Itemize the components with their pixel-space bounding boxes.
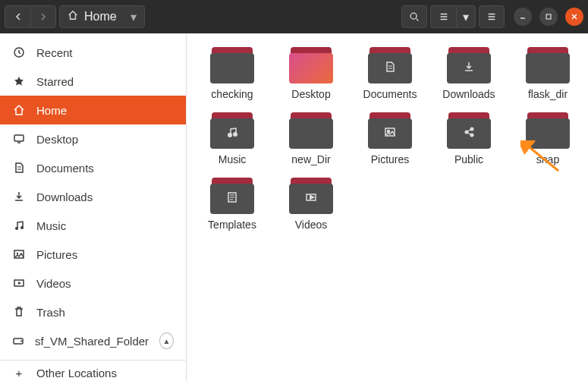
- sidebar-item-trash[interactable]: Trash: [0, 298, 186, 326]
- sidebar-item-label: Other Locations: [36, 367, 117, 379]
- file-item[interactable]: Documents: [351, 44, 429, 103]
- sidebar-item-label: Videos: [36, 277, 71, 290]
- svg-rect-1: [546, 14, 551, 19]
- sidebar-item-shared[interactable]: sf_VM_Shared_Folder▲: [0, 326, 186, 355]
- file-label: new_Dir: [291, 153, 330, 165]
- folder-icon: [289, 47, 333, 83]
- sidebar-item-label: Trash: [36, 306, 65, 319]
- folder-icon: [210, 112, 254, 149]
- svg-point-14: [388, 131, 389, 132]
- home-icon: [68, 10, 78, 24]
- sidebar-item-music[interactable]: Music: [0, 211, 186, 240]
- svg-point-11: [228, 134, 231, 137]
- file-item[interactable]: checking: [193, 44, 272, 103]
- file-item[interactable]: Templates: [193, 175, 272, 234]
- file-item[interactable]: Public: [429, 109, 508, 168]
- file-view[interactable]: checkingDesktopDocumentsDownloadsflask_d…: [187, 33, 588, 381]
- sidebar-item-label: Home: [36, 104, 67, 117]
- sidebar: RecentStarredHomeDesktopDocumentsDownloa…: [0, 33, 187, 381]
- pictures-icon: [12, 248, 26, 260]
- file-label: Pictures: [371, 153, 410, 165]
- view-mode-group: ▾: [430, 5, 476, 28]
- folder-icon: [210, 178, 254, 214]
- view-dropdown-button[interactable]: ▾: [456, 5, 476, 28]
- window-controls: [514, 8, 583, 26]
- star-icon: [12, 75, 26, 87]
- folder-icon: [447, 47, 491, 83]
- svg-rect-3: [14, 135, 24, 141]
- maximize-button[interactable]: [539, 8, 558, 26]
- downloads-icon: [463, 61, 475, 76]
- pictures-icon: [384, 126, 396, 141]
- file-item[interactable]: new_Dir: [272, 109, 351, 168]
- file-label: Downloads: [442, 88, 495, 100]
- folder-icon: [526, 47, 570, 83]
- sidebar-item-label: Downloads: [36, 190, 93, 203]
- file-label: Desktop: [291, 88, 330, 100]
- svg-point-7: [17, 253, 18, 254]
- svg-point-0: [410, 13, 417, 19]
- back-button[interactable]: [5, 5, 30, 28]
- file-item[interactable]: snap: [508, 109, 587, 168]
- svg-point-5: [20, 226, 24, 229]
- sidebar-item-label: Desktop: [36, 133, 78, 146]
- sidebar-item-label: Documents: [36, 162, 94, 175]
- trash-icon: [12, 306, 26, 318]
- file-item[interactable]: Downloads: [429, 44, 508, 103]
- svg-point-10: [20, 341, 22, 342]
- folder-icon: [289, 178, 333, 214]
- titlebar: Home ▾ ▾: [0, 0, 588, 33]
- file-label: Music: [219, 153, 247, 165]
- file-item[interactable]: flask_dir: [508, 44, 587, 103]
- file-label: Public: [454, 153, 483, 165]
- minimize-button[interactable]: [514, 8, 532, 26]
- file-label: snap: [536, 153, 559, 165]
- plus-icon: +: [12, 367, 26, 379]
- music-icon: [12, 219, 26, 231]
- music-icon: [226, 126, 238, 141]
- sidebar-item-home[interactable]: Home: [0, 96, 186, 124]
- nav-back-forward: [5, 5, 56, 28]
- folder-icon: [368, 47, 412, 83]
- file-item[interactable]: Music: [193, 109, 272, 168]
- sidebar-item-starred[interactable]: Starred: [0, 67, 186, 96]
- close-button[interactable]: [565, 8, 583, 26]
- svg-point-12: [234, 133, 237, 136]
- sidebar-item-documents[interactable]: Documents: [0, 153, 186, 182]
- file-label: Templates: [208, 219, 256, 231]
- documents-icon: [384, 61, 396, 76]
- sidebar-item-label: sf_VM_Shared_Folder: [35, 335, 149, 348]
- sidebar-item-videos[interactable]: Videos: [0, 269, 186, 298]
- home-icon: [12, 104, 26, 116]
- folder-icon: [526, 112, 570, 149]
- sidebar-item-recent[interactable]: Recent: [0, 38, 186, 67]
- public-icon: [463, 126, 475, 141]
- sidebar-item-pictures[interactable]: Pictures: [0, 240, 186, 269]
- videos-icon: [12, 277, 26, 289]
- sidebar-item-downloads[interactable]: Downloads: [0, 182, 186, 211]
- sidebar-other-locations[interactable]: + Other Locations: [0, 365, 186, 381]
- eject-button[interactable]: ▲: [159, 332, 174, 349]
- path-bar[interactable]: Home ▾: [59, 5, 145, 28]
- forward-button[interactable]: [30, 5, 56, 28]
- file-item[interactable]: Videos: [272, 175, 351, 234]
- sidebar-item-label: Pictures: [36, 248, 77, 261]
- hamburger-menu-button[interactable]: [479, 5, 505, 28]
- folder-icon: [210, 47, 254, 83]
- sidebar-item-desktop[interactable]: Desktop: [0, 124, 186, 153]
- templates-icon: [226, 191, 238, 206]
- file-item[interactable]: Pictures: [351, 109, 429, 168]
- sidebar-item-label: Music: [36, 219, 66, 232]
- list-view-button[interactable]: [430, 5, 456, 28]
- svg-point-4: [15, 227, 18, 230]
- drive-icon: [12, 335, 24, 347]
- documents-icon: [12, 162, 26, 174]
- folder-icon: [289, 112, 333, 149]
- file-label: Videos: [295, 219, 328, 231]
- search-button[interactable]: [401, 5, 427, 28]
- downloads-icon: [12, 190, 26, 203]
- desktop-icon: [12, 133, 26, 145]
- file-item[interactable]: Desktop: [272, 44, 351, 103]
- path-dropdown-icon[interactable]: ▾: [130, 10, 137, 24]
- folder-icon: [447, 112, 491, 149]
